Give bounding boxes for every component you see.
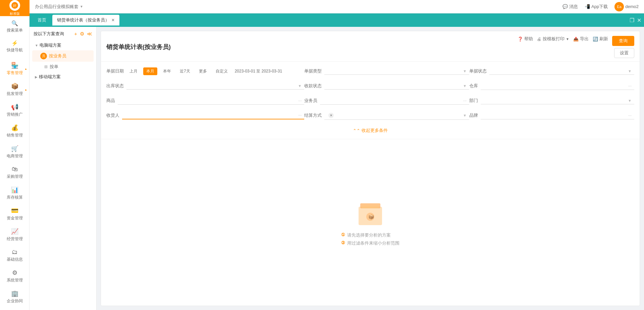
- sales-icon: 💰: [11, 124, 18, 132]
- collapse-icon: ⌃⌃: [353, 128, 360, 133]
- sidebar-item-sales[interactable]: 💰 销售管理: [0, 121, 29, 142]
- print-btn[interactable]: 🖨 按模板打印 ▼: [537, 36, 569, 42]
- tab-home[interactable]: 首页: [32, 15, 52, 25]
- out-status-dropdown-icon: ▼: [298, 84, 302, 88]
- message-icon: 💬: [562, 4, 568, 9]
- date-range-display: 2023-03-01 至 2023-03-31: [235, 68, 282, 74]
- sidebar-item-purchase[interactable]: 🛍 采购管理: [0, 162, 29, 183]
- pc-scheme-title[interactable]: ▼ 电脑端方案: [32, 40, 94, 50]
- app-logo[interactable]: 好 标准版: [0, 0, 30, 16]
- date-filter-buttons: 上月 本月 本年 近7天 更多 自定义 2023-03-01 至 2023-03…: [126, 67, 282, 75]
- filter-doc-status: 单据状态 ▼: [469, 66, 634, 76]
- date-btn-last-7[interactable]: 近7天: [177, 67, 193, 75]
- page-actions: ❓ 帮助 🖨 按模板打印 ▼ 📤 导出 🔄: [518, 36, 608, 42]
- left-panel: 按以下方案查询 + ⚙ ≪ ▼ 电脑端方案 员 按业务员 ⊞ 按: [30, 27, 97, 310]
- quick-nav-item[interactable]: ⚡ 快捷导航: [7, 36, 23, 56]
- finance-icon: 💳: [11, 207, 18, 214]
- svg-text:好: 好: [13, 4, 16, 7]
- sidebar-item-retail[interactable]: 🏪 零售管理: [0, 58, 29, 79]
- sidebar: 好 标准版 🔍 搜索菜单 ⚡ 快捷导航 🏪 零售管理 📦 批发管理 📢 营销推广…: [0, 0, 30, 310]
- receiver-input[interactable]: ···: [122, 111, 304, 119]
- filter-row-3: 商品 ··· 业务员 ··· 部门: [106, 95, 634, 106]
- scheme-settings-icon[interactable]: ⚙: [80, 31, 84, 37]
- tabbar-actions: ❐ ✕: [630, 17, 641, 23]
- sidebar-item-marketing[interactable]: 📢 营销推广: [0, 100, 29, 121]
- topbar-left: 办公用品行业模拟账套 ▼: [35, 4, 83, 10]
- marketing-icon: 📢: [11, 103, 18, 111]
- message-btn[interactable]: 💬 消息: [562, 4, 578, 10]
- print-icon: 🖨: [537, 37, 541, 42]
- sidebar-item-basic[interactable]: 🗂 基础信息: [0, 245, 29, 266]
- doc-type-input[interactable]: ▼: [324, 68, 469, 75]
- add-scheme-icon[interactable]: +: [74, 31, 77, 37]
- filter-doc-type: 单据类型 ▼: [304, 66, 469, 76]
- filter-brand: 品牌 ···: [469, 110, 634, 121]
- refresh-btn[interactable]: 🔄 刷新: [593, 36, 608, 42]
- date-btn-this-year[interactable]: 本年: [160, 67, 174, 75]
- query-button[interactable]: 查询: [612, 36, 634, 46]
- restore-window-icon[interactable]: ❐: [630, 17, 634, 23]
- date-btn-this-month[interactable]: 本月: [143, 67, 157, 75]
- settlement-clear-icon[interactable]: ×: [328, 113, 334, 118]
- sidebar-item-operations[interactable]: 📈 经营管理: [0, 224, 29, 245]
- close-window-icon[interactable]: ✕: [637, 17, 641, 23]
- company-selector[interactable]: 办公用品行业模拟账套 ▼: [35, 4, 83, 10]
- print-dropdown-icon: ▼: [566, 37, 569, 41]
- scheme-item-by-order[interactable]: ⊞ 按单: [32, 62, 94, 72]
- filter-salesperson: 业务员 ···: [304, 95, 469, 106]
- receiver-dots-icon: ···: [298, 113, 302, 117]
- date-btn-custom[interactable]: 自定义: [213, 67, 231, 75]
- filter-warehouse: 仓库 ···: [469, 81, 634, 91]
- filter-date: 单据日期 上月 本月 本年 近7天 更多 自定义 2023-03-01 至 20…: [106, 66, 304, 76]
- salesperson-dots-icon: ···: [463, 98, 467, 103]
- scheme-item-by-salesperson[interactable]: 员 按业务员: [32, 50, 94, 62]
- settlement-dropdown-icon: ▼: [463, 113, 467, 117]
- sidebar-item-newbie[interactable]: 🎯 新手引导: [0, 307, 29, 310]
- salesperson-input[interactable]: ···: [320, 97, 469, 105]
- filter-row-4: 收货人 ··· 结算方式 × ▼ 品牌: [106, 110, 634, 121]
- date-btn-more[interactable]: 更多: [196, 67, 210, 75]
- search-menu-item[interactable]: 🔍 搜索菜单: [7, 16, 23, 36]
- goods-input[interactable]: ···: [118, 97, 304, 105]
- right-panel: 销货单统计表(按业务员) ❓ 帮助 🖨 按模板打印 ▼ 📤: [101, 31, 640, 306]
- left-panel-header-icons: + ⚙ ≪: [74, 31, 92, 37]
- mobile-scheme-title[interactable]: ▶ 移动端方案: [32, 72, 94, 82]
- scheme-dot-icon: 员: [40, 53, 47, 59]
- out-status-input[interactable]: ▼: [126, 83, 304, 90]
- filter-receiver: 收货人 ···: [106, 110, 304, 121]
- settlement-input[interactable]: × ▼: [324, 111, 469, 120]
- dept-dropdown-icon: ▼: [628, 99, 632, 103]
- user-menu[interactable]: Ea demo2: [614, 2, 639, 11]
- help-icon: ❓: [518, 37, 523, 42]
- warehouse-input[interactable]: ···: [481, 82, 634, 90]
- filter-row-2: 出库状态 ▼ 收款状态 ▼ 仓库: [106, 81, 634, 91]
- tab-close-icon[interactable]: ✕: [111, 18, 115, 22]
- help-btn[interactable]: ❓ 帮助: [518, 36, 533, 42]
- search-icon: 🔍: [11, 20, 18, 27]
- filter-goods: 商品 ···: [106, 95, 304, 106]
- brand-dots-icon: ···: [628, 113, 632, 118]
- sidebar-item-wholesale[interactable]: 📦 批发管理: [0, 79, 29, 100]
- placeholder-image: 📦: [354, 197, 387, 227]
- doc-status-dropdown-icon: ▼: [628, 69, 632, 73]
- sidebar-item-system[interactable]: ⚙ 系统管理: [0, 266, 29, 287]
- app-download-btn[interactable]: 📲 App下载: [585, 4, 608, 10]
- system-icon: ⚙: [12, 269, 17, 276]
- settings-button[interactable]: 设置: [614, 48, 634, 58]
- sidebar-item-finance[interactable]: 💳 资金管理: [0, 204, 29, 224]
- sidebar-item-ecommerce[interactable]: 🛒 电商管理: [0, 142, 29, 162]
- collapse-filter-btn[interactable]: ⌃⌃ 收起更多条件: [106, 125, 634, 135]
- export-btn[interactable]: 📤 导出: [573, 36, 589, 42]
- tab-sales-stat[interactable]: 销货单统计表（按业务员） ✕: [52, 15, 119, 25]
- collapse-panel-icon[interactable]: ≪: [87, 31, 92, 37]
- doc-status-input[interactable]: ▼: [489, 68, 634, 75]
- collect-status-input[interactable]: ▼: [324, 83, 469, 90]
- dept-input[interactable]: ▼: [481, 97, 634, 104]
- date-btn-last-month[interactable]: 上月: [126, 67, 141, 75]
- sidebar-item-inventory[interactable]: 📊 库存核算: [0, 183, 29, 204]
- sidebar-item-enterprise[interactable]: 🏢 企业协同: [0, 287, 29, 307]
- page-title: 销货单统计表(按业务员): [106, 43, 171, 51]
- placeholder-hints: ① 请先选择要分析的方案 ② 用过滤条件来缩小分析范围: [341, 232, 399, 248]
- brand-input[interactable]: ···: [481, 112, 634, 119]
- main-area: 办公用品行业模拟账套 ▼ 💬 消息 📲 App下载 Ea demo2 首页 销货…: [30, 0, 644, 310]
